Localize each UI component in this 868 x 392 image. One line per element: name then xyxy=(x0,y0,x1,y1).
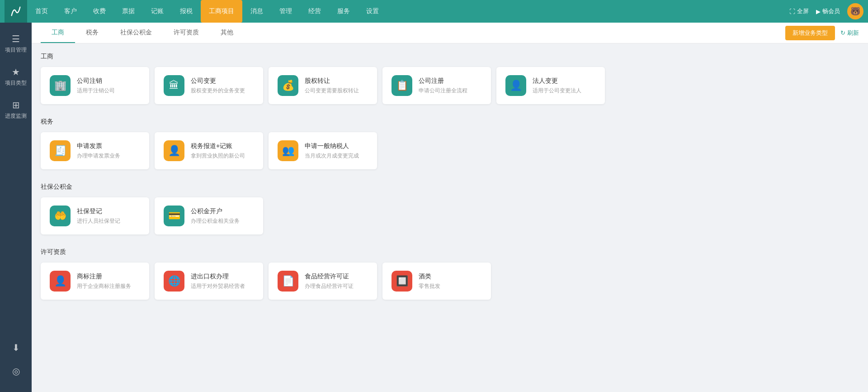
add-business-type-button[interactable]: 新增业务类型 xyxy=(785,26,835,40)
card-申请发票[interactable]: 🧾 申请发票 办理申请发票业务 xyxy=(41,132,149,169)
fullscreen-icon: ⛶ xyxy=(789,8,795,15)
tab-社保公积金[interactable]: 社保公积金 xyxy=(109,23,163,43)
card-进出口权办理[interactable]: 🌐 进出口权办理 适用于对外贸易经营者 xyxy=(155,263,263,300)
card-title: 股权转让 xyxy=(305,77,359,85)
cards-grid-税务: 🧾 申请发票 办理申请发票业务 👤 税务报道+记账 拿到营业执照的新公司 👥 申… xyxy=(41,132,859,169)
nav-item-报税[interactable]: 报税 xyxy=(172,0,201,23)
sidebar-bottom-item[interactable]: ◎ xyxy=(12,359,20,383)
card-icon: 🌐 xyxy=(164,271,184,292)
page-content: 工商 🏢 公司注销 适用于注销公司 🏛 公司变更 股权变更外的业务变更 💰 股权… xyxy=(32,43,868,392)
card-text: 法人变更 适用于公司变更法人 xyxy=(533,77,581,95)
card-title: 公司注册 xyxy=(419,77,467,85)
card-text: 税务报道+记账 拿到营业执照的新公司 xyxy=(191,142,245,160)
sidebar-bottom-item[interactable]: ⬇ xyxy=(12,336,20,359)
main-layout: ☰项目管理★项目类型⊞进度监测⬇◎ 工商税务社保公积金许可资质其他 新增业务类型… xyxy=(0,23,868,392)
refresh-label: 刷新 xyxy=(847,29,859,37)
nav-item-经营[interactable]: 经营 xyxy=(300,0,329,23)
card-公积金开户[interactable]: 💳 公积金开户 办理公积金相关业务 xyxy=(155,197,263,234)
card-title: 申请一般纳税人 xyxy=(305,142,359,150)
card-text: 公司注销 适用于注销公司 xyxy=(77,77,115,95)
sidebar-label: 进度监测 xyxy=(5,112,27,120)
nav-item-管理[interactable]: 管理 xyxy=(271,0,300,23)
card-申请一般纳税人[interactable]: 👥 申请一般纳税人 当月或次月成变更完成 xyxy=(269,132,377,169)
nav-item-票据[interactable]: 票据 xyxy=(114,0,143,23)
card-title: 法人变更 xyxy=(533,77,581,85)
card-酒类[interactable]: 🔲 酒类 零售批发 xyxy=(382,263,491,300)
card-公司注册[interactable]: 📋 公司注册 申请公司注册全流程 xyxy=(382,67,491,104)
card-text: 进出口权办理 适用于对外贸易经营者 xyxy=(191,272,245,290)
card-icon: 🧾 xyxy=(50,140,71,161)
sidebar-bottom-icon: ⬇ xyxy=(12,342,20,353)
card-desc: 适用于对外贸易经营者 xyxy=(191,282,245,290)
card-desc: 办理申请发票业务 xyxy=(77,152,120,160)
card-title: 社保登记 xyxy=(77,207,120,215)
card-title: 食品经营许可证 xyxy=(305,272,354,281)
nav-item-工商项目[interactable]: 工商项目 xyxy=(201,0,242,23)
card-icon: 👤 xyxy=(50,271,71,292)
card-商标注册[interactable]: 👤 商标注册 用于企业商标注册服务 xyxy=(41,263,149,300)
card-税务报道+记账[interactable]: 👤 税务报道+记账 拿到营业执照的新公司 xyxy=(155,132,263,169)
section-title-许可资质: 许可资质 xyxy=(41,248,859,256)
sidebar-icon: ☰ xyxy=(12,33,20,44)
tab-税务[interactable]: 税务 xyxy=(75,23,109,43)
cards-grid-工商: 🏢 公司注销 适用于注销公司 🏛 公司变更 股权变更外的业务变更 💰 股权转让 … xyxy=(41,67,859,104)
sidebar-item-项目管理[interactable]: ☰项目管理 xyxy=(0,27,32,60)
card-icon: 📋 xyxy=(392,75,412,96)
card-icon: 💳 xyxy=(164,206,184,226)
nav-item-服务[interactable]: 服务 xyxy=(329,0,358,23)
nav-item-消息[interactable]: 消息 xyxy=(242,0,271,23)
section-title-税务: 税务 xyxy=(41,118,859,126)
nav-item-首页[interactable]: 首页 xyxy=(27,0,56,23)
card-desc: 公司变更需要股权转让 xyxy=(305,87,359,95)
sidebar-label: 项目类型 xyxy=(5,79,27,87)
tab-工商[interactable]: 工商 xyxy=(41,23,75,43)
fullscreen-button[interactable]: ⛶ 全屏 xyxy=(789,7,809,15)
tab-许可资质[interactable]: 许可资质 xyxy=(163,23,210,43)
sidebar-bottom-icon: ◎ xyxy=(12,366,20,377)
card-desc: 申请公司注册全流程 xyxy=(419,87,467,95)
refresh-button[interactable]: ↻ 刷新 xyxy=(840,29,859,37)
card-text: 公积金开户 办理公积金相关业务 xyxy=(191,207,240,225)
card-desc: 拿到营业执照的新公司 xyxy=(191,152,245,160)
sidebar: ☰项目管理★项目类型⊞进度监测⬇◎ xyxy=(0,23,32,392)
card-公司注销[interactable]: 🏢 公司注销 适用于注销公司 xyxy=(41,67,149,104)
sidebar-icon: ⊞ xyxy=(12,100,20,110)
card-icon: 💰 xyxy=(278,75,298,96)
card-desc: 股权变更外的业务变更 xyxy=(191,87,245,95)
tab-其他[interactable]: 其他 xyxy=(210,23,244,43)
card-社保登记[interactable]: 🤲 社保登记 进行人员社保登记 xyxy=(41,197,149,234)
card-desc: 适用于公司变更法人 xyxy=(533,87,581,95)
cards-grid-许可资质: 👤 商标注册 用于企业商标注册服务 🌐 进出口权办理 适用于对外贸易经营者 📄 … xyxy=(41,263,859,300)
card-公司变更[interactable]: 🏛 公司变更 股权变更外的业务变更 xyxy=(155,67,263,104)
card-desc: 适用于注销公司 xyxy=(77,87,115,95)
card-text: 股权转让 公司变更需要股权转让 xyxy=(305,77,359,95)
nav-item-设置[interactable]: 设置 xyxy=(358,0,387,23)
card-text: 社保登记 进行人员社保登记 xyxy=(77,207,120,225)
card-icon: 🏢 xyxy=(50,75,71,96)
tab-actions: 新增业务类型 ↻ 刷新 xyxy=(785,26,859,40)
card-法人变更[interactable]: 👤 法人变更 适用于公司变更法人 xyxy=(496,67,605,104)
card-title: 公积金开户 xyxy=(191,207,240,215)
card-text: 申请发票 办理申请发票业务 xyxy=(77,142,120,160)
card-desc: 零售批发 xyxy=(419,282,440,290)
card-text: 食品经营许可证 办理食品经营许可证 xyxy=(305,272,354,290)
refresh-icon: ↻ xyxy=(840,29,845,36)
card-股权转让[interactable]: 💰 股权转让 公司变更需要股权转让 xyxy=(269,67,377,104)
content-area: 工商税务社保公积金许可资质其他 新增业务类型 ↻ 刷新 工商 🏢 公司注销 适用… xyxy=(32,23,868,392)
sidebar-label: 项目管理 xyxy=(5,46,27,54)
cards-grid-社保公积金: 🤲 社保登记 进行人员社保登记 💳 公积金开户 办理公积金相关业务 xyxy=(41,197,859,234)
card-desc: 进行人员社保登记 xyxy=(77,217,120,225)
section-title-工商: 工商 xyxy=(41,53,859,61)
nav-item-收费[interactable]: 收费 xyxy=(85,0,114,23)
sidebar-item-进度监测[interactable]: ⊞进度监测 xyxy=(0,93,32,126)
card-icon: 📄 xyxy=(278,271,298,292)
nav-item-记账[interactable]: 记账 xyxy=(143,0,172,23)
card-icon: 👤 xyxy=(505,75,526,96)
video-icon: ▶ xyxy=(816,8,821,15)
nav-item-客户[interactable]: 客户 xyxy=(56,0,85,23)
card-食品经营许可证[interactable]: 📄 食品经营许可证 办理食品经营许可证 xyxy=(269,263,377,300)
member-button[interactable]: ▶ 畅会员 xyxy=(816,7,840,15)
card-desc: 办理食品经营许可证 xyxy=(305,282,354,290)
avatar[interactable]: 🐻 xyxy=(847,3,863,19)
sidebar-item-项目类型[interactable]: ★项目类型 xyxy=(0,60,32,93)
